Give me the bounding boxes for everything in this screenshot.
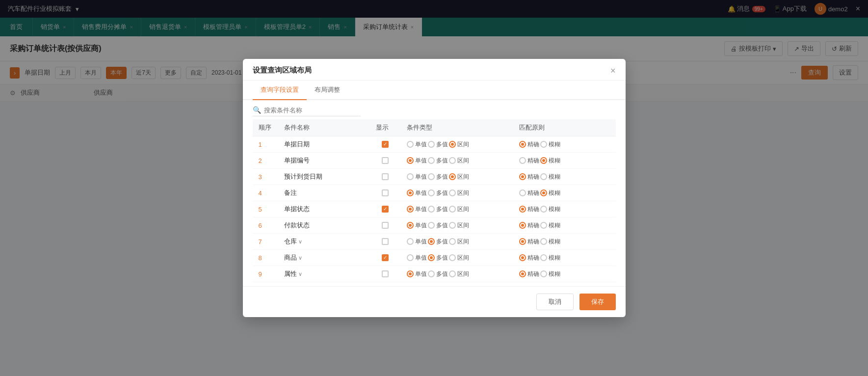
settings-dialog: 设置查询区域布局 × 查询字段设置 布局调整 🔍 顺序 条件名称 显示 — [243, 59, 626, 102]
search-row: 🔍 — [243, 100, 626, 102]
tab-field-settings[interactable]: 查询字段设置 — [253, 81, 307, 100]
dialog-tabs: 查询字段设置 布局调整 — [243, 81, 626, 100]
modal-overlay: 设置查询区域布局 × 查询字段设置 布局调整 🔍 顺序 条件名称 显示 — [0, 0, 868, 102]
dialog-header: 设置查询区域布局 × — [243, 59, 626, 81]
tab-layout-adjust[interactable]: 布局调整 — [307, 81, 348, 100]
dialog-close-btn[interactable]: × — [610, 66, 616, 75]
dialog-title: 设置查询区域布局 — [253, 66, 312, 75]
